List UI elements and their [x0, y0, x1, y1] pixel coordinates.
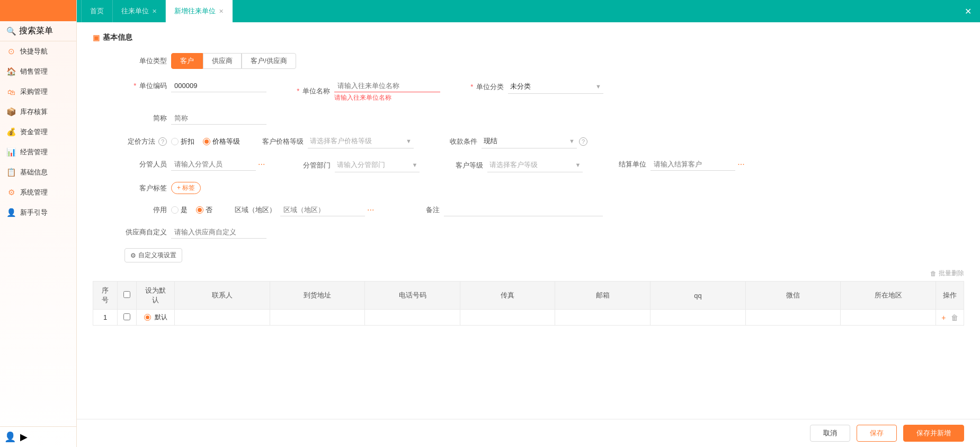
guide-icon: 👤	[6, 208, 16, 217]
email-input[interactable]	[565, 313, 640, 321]
supplier-custom-input[interactable]	[171, 226, 266, 239]
row-del-button[interactable]: 🗑	[951, 313, 958, 322]
cell-row-region[interactable]	[841, 310, 936, 326]
default-dot	[146, 315, 149, 319]
contact-input[interactable]	[184, 313, 260, 321]
unit-category-chevron: ▼	[595, 83, 601, 90]
wechat-input[interactable]	[755, 313, 831, 321]
cell-qq[interactable]	[651, 310, 746, 326]
pricing-method-help-icon[interactable]: ?	[158, 137, 167, 146]
sidebar-item-purchase[interactable]: 🛍 采购管理	[0, 82, 76, 102]
add-tag-button[interactable]: + 标签	[171, 182, 201, 194]
tab-new-partner[interactable]: 新增往来单位 ✕	[166, 0, 233, 22]
save-button[interactable]: 保存	[857, 425, 897, 442]
row-region-input[interactable]	[850, 313, 926, 321]
disabled-no-radio[interactable]: 否	[196, 205, 212, 215]
pricing-level-radio[interactable]: 价格等级	[203, 137, 240, 146]
default-radio[interactable]: 默认	[142, 313, 169, 322]
pricing-level-dot	[204, 139, 209, 144]
unit-category-select[interactable]: 未分类 ▼	[508, 80, 603, 94]
cell-address[interactable]	[270, 310, 365, 326]
sidebar-item-operations[interactable]: 📊 经营管理	[0, 142, 76, 162]
sidebar-item-sales[interactable]: 🏠 销售管理	[0, 62, 76, 82]
sidebar-finance-label: 资金管理	[20, 127, 48, 137]
col-phone: 电话号码	[365, 282, 460, 310]
remark-input[interactable]	[444, 204, 603, 216]
system-icon: ⚙	[6, 188, 16, 197]
department-label: 分管部门	[288, 161, 331, 170]
tab-home[interactable]: 首页	[81, 0, 113, 22]
department-select[interactable]: 请输入分管部门 ▼	[335, 158, 420, 172]
unit-info-row: * 单位编码 * 单位名称 请输入往来单位名称 *	[124, 80, 964, 102]
manager-input[interactable]	[171, 158, 256, 171]
short-name-label: 简称	[124, 113, 167, 123]
customer-tags-label: 客户标签	[124, 183, 167, 193]
cell-email[interactable]	[555, 310, 651, 326]
cancel-button[interactable]: 取消	[810, 425, 850, 442]
custom-settings-button[interactable]: ⚙ 自定义项设置	[124, 248, 182, 262]
customer-level-label: 客户等级	[441, 161, 483, 170]
address-input[interactable]	[280, 313, 355, 321]
region-input[interactable]	[280, 204, 365, 216]
col-address: 到货地址	[270, 282, 365, 310]
sidebar-item-guide[interactable]: 👤 新手引导	[0, 203, 76, 223]
col-fax: 传真	[460, 282, 555, 310]
sidebar-item-quick-nav[interactable]: ⊙ 快捷导航	[0, 41, 76, 62]
col-default: 设为默认	[137, 282, 175, 310]
cell-wechat[interactable]	[745, 310, 841, 326]
payment-terms-help-icon[interactable]: ?	[579, 137, 587, 146]
sidebar-expand-icon[interactable]: ▶	[20, 431, 28, 443]
tab-partner-list-close[interactable]: ✕	[152, 8, 157, 15]
customer-price-level-label: 客户价格等级	[261, 137, 304, 146]
customer-level-select[interactable]: 请选择客户等级 ▼	[487, 158, 583, 172]
sidebar-item-system[interactable]: ⚙ 系统管理	[0, 182, 76, 203]
tab-new-partner-close[interactable]: ✕	[219, 8, 224, 15]
settlement-unit-dots-btn[interactable]: ···	[735, 160, 746, 169]
fax-input[interactable]	[470, 313, 546, 321]
unit-category-label: * 单位分类	[461, 82, 504, 92]
manager-dots-btn[interactable]: ···	[256, 160, 267, 169]
payment-terms-select[interactable]: 现结 ▼	[482, 134, 577, 148]
customer-level-placeholder: 请选择客户等级	[489, 160, 573, 170]
row-checkbox[interactable]	[123, 313, 130, 320]
unit-type-row: 单位类型 客户 供应商 客户/供应商	[124, 53, 964, 69]
region-dots-btn[interactable]: ···	[365, 205, 376, 215]
pricing-method-field: 定价方法 ? 折扣 价格等级	[124, 137, 240, 146]
sidebar-user-icon[interactable]: 👤	[4, 431, 16, 443]
tab-partner-list[interactable]: 往来单位 ✕	[113, 0, 166, 22]
settlement-unit-input[interactable]	[651, 158, 735, 171]
unit-name-input[interactable]	[334, 80, 440, 92]
unit-btn-customer[interactable]: 客户	[171, 53, 203, 69]
sales-icon: 🏠	[6, 67, 16, 76]
region-field: 区域（地区） ···	[234, 204, 376, 216]
cell-contact[interactable]	[174, 310, 270, 326]
phone-input[interactable]	[375, 313, 450, 321]
disabled-yes-radio[interactable]: 是	[171, 205, 188, 215]
short-name-input[interactable]	[171, 112, 266, 125]
batch-delete-label: 批量删除	[939, 269, 964, 278]
sidebar-system-label: 系统管理	[20, 188, 48, 197]
customer-price-level-select[interactable]: 请选择客户价格等级 ▼	[308, 134, 414, 148]
unit-code-input[interactable]	[171, 80, 266, 92]
batch-delete-button[interactable]: 🗑 批量删除	[930, 269, 964, 278]
sidebar-item-base-info[interactable]: 📋 基础信息	[0, 162, 76, 182]
cell-phone[interactable]	[365, 310, 460, 326]
base-info-icon: 📋	[6, 168, 16, 177]
sidebar-item-search[interactable]: 🔍 搜索菜单	[0, 21, 76, 41]
contact-table: 序号 设为默认 联系人 到货地址 电话号码 传真 邮箱 qq 微信 所在地区 操…	[93, 281, 964, 326]
save-new-button[interactable]: 保存并新增	[903, 425, 964, 442]
department-placeholder: 请输入分管部门	[337, 160, 409, 170]
cell-fax[interactable]	[460, 310, 555, 326]
select-all-checkbox[interactable]	[123, 291, 130, 298]
pricing-discount-radio[interactable]: 折扣	[171, 137, 194, 146]
content-area: ▣ 基本信息 单位类型 客户 供应商 客户/供应商 * 单位编码	[77, 22, 980, 419]
sidebar-item-inventory[interactable]: 📦 库存核算	[0, 102, 76, 122]
tab-bar-close-all[interactable]: ✕	[960, 6, 976, 16]
sidebar-item-finance[interactable]: 💰 资金管理	[0, 122, 76, 142]
qq-input[interactable]	[660, 313, 736, 321]
unit-btn-supplier[interactable]: 供应商	[203, 53, 242, 69]
quick-nav-icon: ⊙	[6, 47, 16, 56]
cell-checkbox	[118, 310, 137, 326]
unit-btn-both[interactable]: 客户/供应商	[242, 53, 296, 69]
row-add-button[interactable]: +	[941, 313, 946, 322]
